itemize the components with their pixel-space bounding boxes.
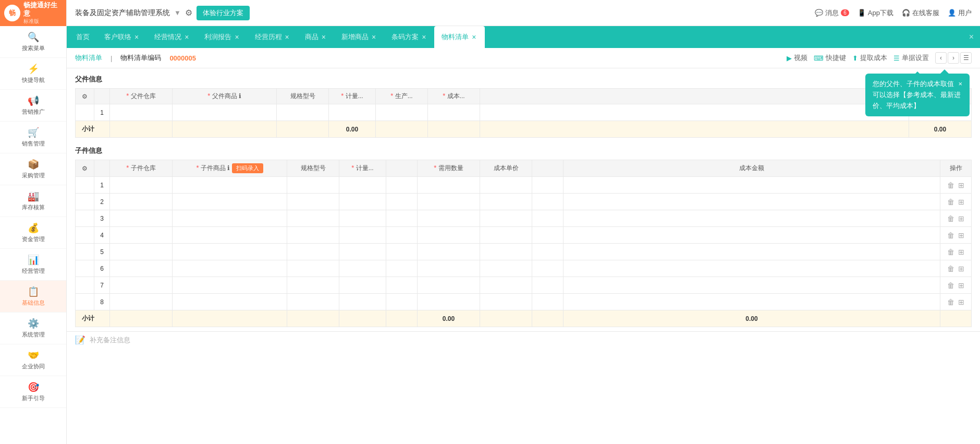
child-row5-unit[interactable]	[339, 244, 386, 260]
tab-operation-history[interactable]: 经营历程 ×	[248, 26, 298, 48]
child-row2-unit-cost[interactable]	[480, 194, 532, 210]
sidebar-item-sales[interactable]: 🛒 销售管理	[0, 122, 66, 153]
tab-bom[interactable]: 物料清单 ×	[434, 26, 484, 48]
child-row6-unit-cost[interactable]	[480, 260, 532, 277]
child-row6-warehouse[interactable]	[110, 260, 173, 277]
sidebar-item-guide[interactable]: 🎯 新手引导	[0, 376, 66, 408]
tab-home[interactable]: 首页	[69, 26, 97, 48]
user-menu[interactable]: 👤 用户	[948, 8, 972, 18]
child-row2-cost-amount[interactable]	[564, 194, 940, 210]
child-row8-spec[interactable]	[287, 294, 339, 310]
delete-icon[interactable]: 🗑	[947, 248, 954, 256]
delete-icon[interactable]: 🗑	[947, 298, 954, 306]
delete-icon[interactable]: 🗑	[947, 198, 954, 206]
scan-input-button[interactable]: 扫码录入	[232, 163, 263, 173]
list-view-btn[interactable]: ☰	[960, 52, 972, 64]
tab-operation-status-close[interactable]: ×	[183, 33, 190, 41]
child-row6-spec[interactable]	[287, 260, 339, 277]
copy-icon[interactable]: ⊞	[958, 214, 964, 223]
child-row7-spec[interactable]	[287, 277, 339, 294]
extract-cost-action[interactable]: ⬆ 提取成本	[852, 53, 887, 63]
sidebar-item-system[interactable]: ⚙️ 系统管理	[0, 313, 66, 344]
copy-icon[interactable]: ⊞	[958, 198, 964, 206]
child-row4-warehouse[interactable]	[110, 227, 173, 244]
child-row2-product[interactable]	[173, 194, 287, 210]
delete-icon[interactable]: 🗑	[947, 281, 954, 290]
child-row4-product[interactable]	[173, 227, 287, 244]
settings-gear-icon[interactable]: ⚙	[185, 8, 192, 18]
child-row2-qty[interactable]	[418, 194, 480, 210]
tab-barcode-close[interactable]: ×	[421, 33, 427, 41]
single-settings-action[interactable]: ☰ 单据设置	[893, 53, 929, 63]
child-row3-product[interactable]	[173, 210, 287, 227]
tab-nav-close[interactable]: ×	[965, 32, 978, 42]
tab-new-goods[interactable]: 新增商品 ×	[334, 26, 384, 48]
message-button[interactable]: 💬 消息 6	[815, 8, 849, 18]
child-row2-warehouse[interactable]	[110, 194, 173, 210]
child-row7-qty[interactable]	[418, 277, 480, 294]
child-row3-spec[interactable]	[287, 210, 339, 227]
child-row7-warehouse[interactable]	[110, 277, 173, 294]
tooltip-close-button[interactable]: ×	[958, 79, 962, 90]
child-row4-spec[interactable]	[287, 227, 339, 244]
child-row6-cost-amount[interactable]	[564, 260, 940, 277]
child-row1-unit-cost[interactable]	[480, 177, 532, 194]
sidebar-item-operation[interactable]: 📊 经营管理	[0, 249, 66, 281]
child-row5-cost-amount[interactable]	[564, 244, 940, 260]
child-row5-product[interactable]	[173, 244, 287, 260]
copy-icon[interactable]: ⊞	[958, 248, 964, 256]
child-row2-spec[interactable]	[287, 194, 339, 210]
tab-goods[interactable]: 商品 ×	[298, 26, 334, 48]
child-row3-cost-amount[interactable]	[564, 210, 940, 227]
sidebar-item-quick-nav[interactable]: ⚡ 快捷导航	[0, 58, 66, 90]
child-row7-product[interactable]	[173, 277, 287, 294]
tab-profit[interactable]: 利润报告 ×	[197, 26, 247, 48]
child-row5-qty[interactable]	[418, 244, 480, 260]
tab-barcode[interactable]: 条码方案 ×	[384, 26, 434, 48]
child-row8-unit-cost[interactable]	[480, 294, 532, 310]
child-row4-unit-cost[interactable]	[480, 227, 532, 244]
child-row4-qty[interactable]	[418, 227, 480, 244]
child-row8-product[interactable]	[173, 294, 287, 310]
child-row3-qty[interactable]	[418, 210, 480, 227]
child-row5-spec[interactable]	[287, 244, 339, 260]
app-download-button[interactable]: 📱 App下载	[858, 8, 893, 18]
view-action[interactable]: ▶ 视频	[787, 53, 807, 63]
breadcrumb[interactable]: 物料清单	[75, 53, 102, 63]
copy-icon[interactable]: ⊞	[958, 265, 964, 273]
child-row5-unit-cost[interactable]	[480, 244, 532, 260]
child-row6-unit[interactable]	[339, 260, 386, 277]
parent-row1-product[interactable]	[173, 104, 277, 121]
tab-operation-status[interactable]: 经营情况 ×	[147, 26, 197, 48]
child-row1-qty[interactable]	[418, 177, 480, 194]
delete-icon[interactable]: 🗑	[947, 265, 954, 273]
copy-icon[interactable]: ⊞	[958, 181, 964, 189]
delete-icon[interactable]: 🗑	[947, 214, 954, 223]
child-row2-unit[interactable]	[339, 194, 386, 210]
sidebar-item-inventory[interactable]: 🏭 库存核算	[0, 185, 66, 217]
bottom-hint-text[interactable]: 补充备注信息	[90, 335, 130, 345]
parent-row1-warehouse[interactable]	[110, 104, 173, 121]
system-dropdown-icon[interactable]: ▼	[174, 9, 181, 17]
child-row3-warehouse[interactable]	[110, 210, 173, 227]
child-row1-cost-amount[interactable]	[564, 177, 940, 194]
parent-row1-spec[interactable]	[277, 104, 329, 121]
tab-goods-close[interactable]: ×	[321, 33, 327, 41]
next-arrow[interactable]: ›	[948, 52, 959, 64]
child-row7-unit-cost[interactable]	[480, 277, 532, 294]
parent-row1-unit[interactable]	[329, 104, 376, 121]
child-th-settings[interactable]: ⚙	[76, 160, 94, 177]
child-row1-spec[interactable]	[287, 177, 339, 194]
child-row3-unit[interactable]	[339, 210, 386, 227]
child-row6-product[interactable]	[173, 260, 287, 277]
child-row1-product[interactable]	[173, 177, 287, 194]
parent-row1-produce[interactable]	[376, 104, 428, 121]
child-row1-warehouse[interactable]	[110, 177, 173, 194]
child-row8-warehouse[interactable]	[110, 294, 173, 310]
child-row7-cost-amount[interactable]	[564, 277, 940, 294]
parent-row1-cost[interactable]	[428, 104, 480, 121]
sidebar-item-basic[interactable]: 📋 基础信息	[0, 281, 66, 313]
child-row3-unit-cost[interactable]	[480, 210, 532, 227]
tab-customer-close[interactable]: ×	[133, 33, 140, 41]
child-row8-qty[interactable]	[418, 294, 480, 310]
